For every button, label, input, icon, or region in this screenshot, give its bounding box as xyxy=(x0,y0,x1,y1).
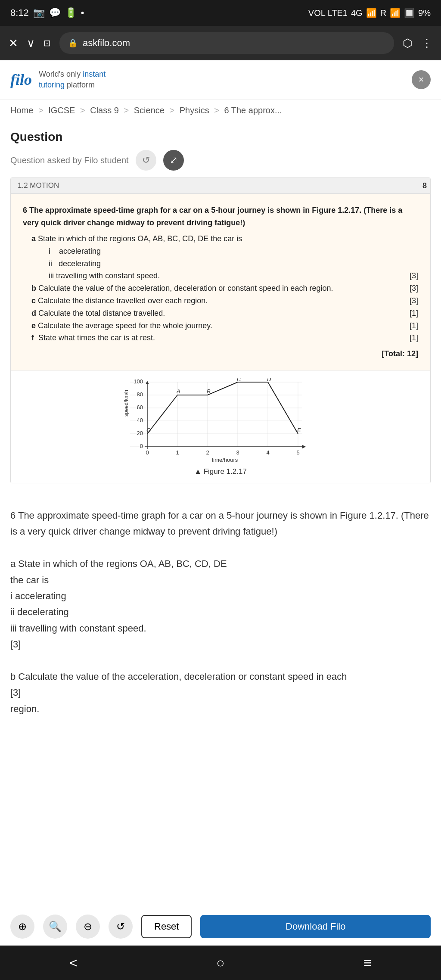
question-image-container: 1.2 MOTION 8 6 The approximate speed-tim… xyxy=(10,177,431,483)
filo-logo-area: filo World's only instant tutoring platf… xyxy=(10,69,106,90)
part-a-ii: ii decelerating xyxy=(49,258,418,270)
question-meta: Question asked by Filo student ↺ ⤢ xyxy=(10,150,431,171)
dot-indicator: • xyxy=(81,7,84,19)
svg-text:0: 0 xyxy=(146,449,149,456)
close-tab-button[interactable]: ✕ xyxy=(9,37,18,50)
speed-time-graph: 0 20 40 60 80 100 0 1 2 3 4 5 xyxy=(121,378,320,464)
battery-icon: 🔲 xyxy=(404,8,415,18)
battery-percent: 9% xyxy=(418,8,431,18)
address-bar[interactable]: 🔒 askfilo.com xyxy=(59,32,394,54)
chevron-down-button[interactable]: ∨ xyxy=(27,37,35,50)
search-button[interactable]: 🔍 xyxy=(43,915,67,939)
tagline-highlight2: tutoring xyxy=(39,81,67,89)
total-marks: [Total: 12] xyxy=(23,348,418,360)
svg-text:time/hours: time/hours xyxy=(212,457,238,463)
nav-menu-button[interactable]: ≡ xyxy=(354,950,380,976)
nav-home-button[interactable]: ○ xyxy=(208,950,233,976)
zoom-in-button[interactable]: ⊕ xyxy=(10,915,34,939)
zoom-out-button[interactable]: ⊖ xyxy=(76,915,100,939)
status-bar-left: 8:12 📷 💬 🔋 • xyxy=(10,7,84,19)
question-meta-text: Question asked by Filo student xyxy=(10,156,129,165)
breadcrumb-sep1: > xyxy=(38,106,46,115)
breadcrumb-class[interactable]: Class 9 xyxy=(90,106,119,115)
body-marks1: [3] xyxy=(10,636,431,652)
question-image-header: 1.2 MOTION 8 xyxy=(11,178,430,194)
question-intro: The approximate speed-time graph for a c… xyxy=(23,206,402,227)
body-line8: region. xyxy=(10,701,431,717)
paper-section-label: 1.2 MOTION xyxy=(18,181,59,190)
svg-text:2: 2 xyxy=(206,449,209,456)
more-options-icon[interactable]: ⋮ xyxy=(421,37,432,50)
breadcrumb-sep2: > xyxy=(80,106,87,115)
svg-text:A: A xyxy=(176,388,180,395)
svg-text:0: 0 xyxy=(140,443,143,449)
breadcrumb-sep5: > xyxy=(214,106,221,115)
bottom-toolbar: ⊕ 🔍 ⊖ ↺ Reset Download Filo xyxy=(0,908,441,946)
browser-bar: ✕ ∨ ⊡ 🔒 askfilo.com ⬡ ⋮ xyxy=(0,26,441,60)
svg-text:20: 20 xyxy=(137,430,143,436)
share-icon[interactable]: ⬡ xyxy=(403,37,413,50)
part-a-iii: iii travelling with constant speed. [3] xyxy=(49,270,418,282)
part-a-i: i accelerating xyxy=(49,245,418,258)
body-line7: b Calculate the value of the acceleratio… xyxy=(10,669,431,684)
graph-svg-container: 0 20 40 60 80 100 0 1 2 3 4 5 xyxy=(19,378,422,476)
svg-text:80: 80 xyxy=(137,391,143,398)
body-line5: ii decelerating xyxy=(10,604,431,620)
download-filo-button[interactable]: Download Filo xyxy=(200,915,431,938)
breadcrumb-physics[interactable]: Physics xyxy=(180,106,209,115)
breadcrumb-sep4: > xyxy=(169,106,177,115)
filo-logo[interactable]: filo xyxy=(10,71,32,89)
breadcrumb-current: 6 The approx... xyxy=(224,106,282,115)
breadcrumb-igcse[interactable]: IGCSE xyxy=(48,106,75,115)
status-bar-right: VOL LTE1 4G 📶 R 📶 🔲 9% xyxy=(308,8,431,18)
url-text: askfilo.com xyxy=(83,37,385,49)
signal-bars: 📶 xyxy=(366,8,377,18)
breadcrumb: Home > IGCSE > Class 9 > Science > Physi… xyxy=(0,100,441,121)
question-title: Question xyxy=(10,130,431,144)
svg-text:B: B xyxy=(207,388,211,395)
part-e: e Calculate the average speed for the wh… xyxy=(31,320,418,332)
part-f: f State what times the car is at rest. [… xyxy=(31,332,418,344)
network-label: VOL LTE1 xyxy=(308,8,348,18)
download-label: Download Filo xyxy=(286,921,345,932)
svg-text:4: 4 xyxy=(266,449,269,456)
breadcrumb-sep3: > xyxy=(124,106,131,115)
graph-area: 0 20 40 60 80 100 0 1 2 3 4 5 xyxy=(11,370,430,483)
svg-text:60: 60 xyxy=(137,404,143,411)
body-marks2: [3] xyxy=(10,684,431,700)
lock-icon: 🔒 xyxy=(68,38,78,48)
tagline-text1: World's only xyxy=(39,70,83,78)
body-line3: the car is xyxy=(10,572,431,588)
page-number: 8 xyxy=(422,181,427,190)
svg-text:D: D xyxy=(267,378,271,383)
svg-text:5: 5 xyxy=(296,449,299,456)
svg-text:100: 100 xyxy=(134,378,143,385)
nav-back-button[interactable]: < xyxy=(61,950,87,976)
svg-text:C: C xyxy=(237,378,241,383)
tagline-highlight1: instant xyxy=(83,70,106,78)
question-section: Question Question asked by Filo student … xyxy=(0,121,441,501)
body-line4: i accelerating xyxy=(10,588,431,604)
svg-text:speed/km/h: speed/km/h xyxy=(123,390,129,417)
time: 8:12 xyxy=(10,7,29,19)
battery-alert-icon: 🔋 xyxy=(65,7,77,19)
body-line2: a State in which of the regions OA, AB, … xyxy=(10,556,431,572)
refresh-button[interactable]: ↺ xyxy=(109,915,133,939)
refresh-question-button[interactable]: ↺ xyxy=(136,150,156,171)
svg-marker-14 xyxy=(146,381,149,384)
expand-question-button[interactable]: ⤢ xyxy=(163,150,184,171)
whatsapp-icon: 💬 xyxy=(49,7,61,19)
filo-header: filo World's only instant tutoring platf… xyxy=(0,60,441,100)
filo-tagline: World's only instant tutoring platform xyxy=(39,69,106,90)
body-line6: iii travelling with constant speed. xyxy=(10,620,431,636)
breadcrumb-home[interactable]: Home xyxy=(10,106,33,115)
breadcrumb-science[interactable]: Science xyxy=(134,106,165,115)
part-d: d Calculate the total distance travelled… xyxy=(31,307,418,320)
reset-button[interactable]: Reset xyxy=(141,915,192,938)
filo-banner-close-button[interactable]: × xyxy=(412,70,431,89)
status-bar: 8:12 📷 💬 🔋 • VOL LTE1 4G 📶 R 📶 🔲 9% xyxy=(0,0,441,26)
tabs-icon[interactable]: ⊡ xyxy=(43,38,51,48)
svg-marker-15 xyxy=(302,445,306,448)
svg-text:1: 1 xyxy=(176,449,179,456)
main-content: filo World's only instant tutoring platf… xyxy=(0,60,441,980)
